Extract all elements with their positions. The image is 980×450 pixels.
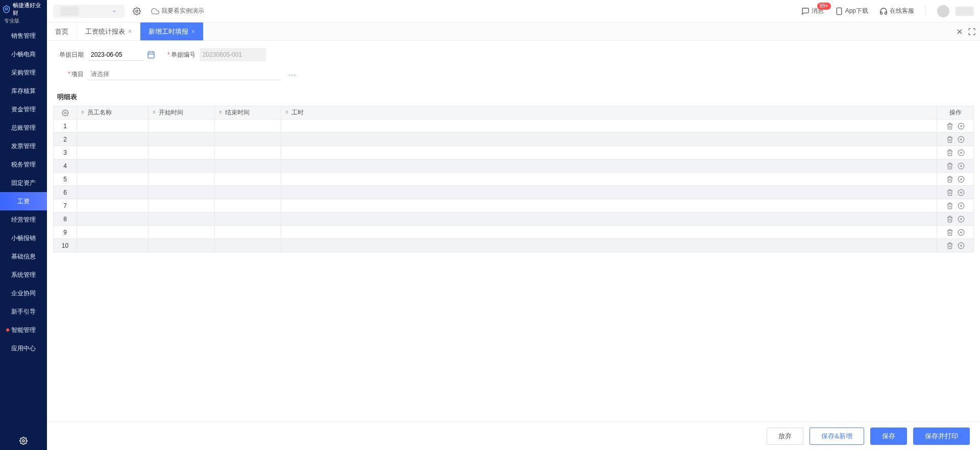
cell[interactable] [281,199,937,212]
cell[interactable] [215,159,281,173]
add-row-icon[interactable] [958,123,965,130]
cell[interactable] [77,120,149,133]
cell[interactable] [281,120,937,133]
delete-icon[interactable] [946,242,953,249]
add-row-icon[interactable] [958,202,965,209]
cell[interactable] [281,133,937,146]
cell[interactable] [77,212,149,226]
close-icon[interactable]: × [128,28,132,35]
cell[interactable] [215,186,281,199]
cell[interactable] [149,120,215,133]
app-download-button[interactable]: App下载 [835,7,868,15]
delete-icon[interactable] [946,162,953,170]
sidebar-item-14[interactable]: 企业协同 [0,284,47,302]
cell[interactable] [281,186,937,199]
tab-0[interactable]: 首页 [47,22,77,40]
sidebar-item-4[interactable]: 资金管理 [0,100,47,119]
cell[interactable] [215,226,281,239]
delete-icon[interactable] [946,149,953,156]
delete-icon[interactable] [946,136,953,143]
cell[interactable] [149,212,215,226]
cell[interactable] [215,120,281,133]
add-row-icon[interactable] [958,216,965,223]
tab-1[interactable]: 工资统计报表× [77,22,140,40]
add-row-icon[interactable] [958,162,965,170]
cell[interactable] [77,146,149,159]
cell[interactable] [77,186,149,199]
cell[interactable] [77,239,149,252]
cell[interactable] [281,226,937,239]
cell[interactable] [149,173,215,186]
cell[interactable] [149,146,215,159]
delete-icon[interactable] [946,176,953,183]
date-input[interactable] [88,49,144,61]
cell[interactable] [77,199,149,212]
cell[interactable] [215,146,281,159]
sidebar-item-13[interactable]: 系统管理 [0,266,47,284]
cell[interactable] [215,133,281,146]
sidebar-item-16[interactable]: 智能管理 [0,321,47,339]
column-employee-name[interactable]: 员工名称 [77,106,149,120]
sidebar-item-7[interactable]: 税务管理 [0,155,47,174]
sidebar-item-11[interactable]: 小畅报销 [0,229,47,247]
sidebar-item-9[interactable]: 工资 [0,192,47,210]
sidebar-item-17[interactable]: 应用中心 [0,339,47,358]
cell[interactable] [149,159,215,173]
column-start-time[interactable]: 开始时间 [149,106,215,120]
cell[interactable] [77,226,149,239]
save-and-print-button[interactable]: 保存并打印 [913,428,970,445]
sidebar-footer[interactable] [0,432,47,450]
cell[interactable] [149,186,215,199]
sidebar-item-1[interactable]: 小畅电商 [0,45,47,63]
add-row-icon[interactable] [958,176,965,183]
add-row-icon[interactable] [958,149,965,156]
cell[interactable] [77,133,149,146]
sidebar-item-15[interactable]: 新手引导 [0,302,47,321]
cell[interactable] [215,173,281,186]
cell[interactable] [149,226,215,239]
cell[interactable] [149,239,215,252]
cell[interactable] [215,199,281,212]
cell[interactable] [77,173,149,186]
cell[interactable] [215,212,281,226]
cell[interactable] [281,159,937,173]
cell[interactable] [281,146,937,159]
settings-icon[interactable] [133,7,141,15]
cell[interactable] [281,212,937,226]
add-row-icon[interactable] [958,242,965,249]
demo-link[interactable]: 我要看实例演示 [151,7,204,15]
sidebar-item-5[interactable]: 总账管理 [0,119,47,137]
sidebar-item-12[interactable]: 基础信息 [0,247,47,266]
add-row-icon[interactable] [958,229,965,236]
cell[interactable] [77,159,149,173]
messages-button[interactable]: 消息 99+ [801,7,824,15]
save-and-new-button[interactable]: 保存&新增 [810,428,864,445]
close-icon[interactable]: × [191,28,195,35]
delete-icon[interactable] [946,229,953,236]
project-more-icon[interactable]: ··· [289,70,297,79]
cell[interactable] [281,173,937,186]
discard-button[interactable]: 放弃 [767,428,803,445]
cell[interactable] [149,199,215,212]
user-avatar[interactable] [937,5,949,17]
column-end-time[interactable]: 结束时间 [215,106,281,120]
delete-icon[interactable] [946,202,953,209]
project-input[interactable] [88,68,282,80]
fullscreen-icon[interactable] [968,28,976,36]
add-row-icon[interactable] [958,189,965,196]
sidebar-item-6[interactable]: 发票管理 [0,137,47,155]
add-row-icon[interactable] [958,136,965,143]
sidebar-item-0[interactable]: 销售管理 [0,27,47,45]
calendar-icon[interactable] [147,51,155,59]
sidebar-item-10[interactable]: 经营管理 [0,210,47,229]
tab-2[interactable]: 新增工时填报× [140,22,204,40]
org-selector[interactable] [53,5,125,18]
support-button[interactable]: 在线客服 [879,7,914,15]
sidebar-item-8[interactable]: 固定资产 [0,174,47,192]
cell[interactable] [281,239,937,252]
delete-icon[interactable] [946,216,953,223]
sidebar-item-2[interactable]: 采购管理 [0,63,47,82]
sidebar-item-3[interactable]: 库存核算 [0,82,47,100]
save-button[interactable]: 保存 [870,428,907,445]
cell[interactable] [149,133,215,146]
